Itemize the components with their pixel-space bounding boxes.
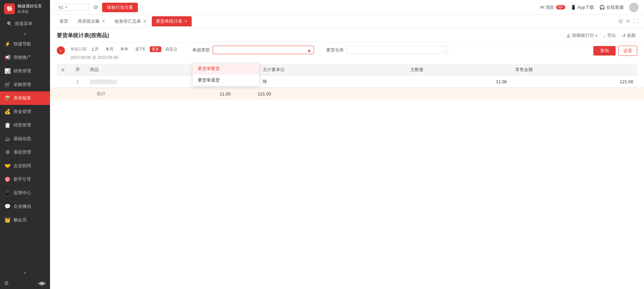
data-table: ⚙ 序 商品 主计量单位 主数量 零售金额 1 bbox=[57, 64, 637, 88]
purchase-icon: 🛒 bbox=[4, 81, 11, 88]
print-button[interactable]: 🖨 按模板打印 ▾ bbox=[565, 32, 599, 39]
tabbar: 首页 库存批次账 ✕ 收发存汇总表 ✕ 要货单统计表 ✕ ⊞ ✕ ⛶ bbox=[50, 15, 644, 28]
logo-icon: 畅 bbox=[4, 3, 15, 14]
sidebar-item-basic[interactable]: 🗂 基础信息 bbox=[0, 132, 50, 146]
table-row: 1 块 11.00 121.00 bbox=[57, 76, 637, 88]
tab-order-summary[interactable]: 要货单统计表 ✕ bbox=[152, 16, 192, 26]
export-button[interactable]: ↓ 导出 bbox=[602, 32, 618, 39]
filter-warehouse-group: 要货仓库 … bbox=[326, 46, 588, 54]
table-quantity-header: 主数量 bbox=[406, 64, 511, 76]
filter-type-input: ▲ bbox=[213, 46, 314, 54]
sales-icon: 📊 bbox=[4, 68, 11, 74]
sidebar-search[interactable]: 🔍 搜索菜单 bbox=[0, 18, 50, 29]
tab-receivable-summary[interactable]: 收发存汇总表 ✕ bbox=[111, 16, 150, 26]
sidebar-item-sales[interactable]: 📊 销售管理 bbox=[0, 64, 50, 78]
operations-icon: 📋 bbox=[4, 122, 11, 129]
service-icon: 🎧 bbox=[599, 5, 605, 10]
sidebar-scroll-up[interactable]: ▲ bbox=[0, 29, 50, 37]
filter-warehouse-field[interactable] bbox=[347, 46, 440, 54]
guide-icon: 🎯 bbox=[4, 176, 11, 183]
collapse-icon[interactable]: ◀▶ bbox=[38, 280, 46, 286]
sidebar-item-enterprise[interactable]: 🤝 企业协同 bbox=[0, 159, 50, 173]
filter-last-month-btn[interactable]: 上月 bbox=[88, 46, 101, 53]
filter-last-7days-btn[interactable]: 近7天 bbox=[133, 46, 148, 53]
table-unit-header: 主计量单位 bbox=[259, 64, 406, 76]
sidebar-item-app-center[interactable]: 📱 应用中心 bbox=[0, 186, 50, 200]
sidebar-item-label: 营销推广 bbox=[14, 54, 31, 61]
filter-warehouse-more-icon[interactable]: … bbox=[440, 47, 448, 52]
filter-this-year-btn[interactable]: 本年 bbox=[118, 46, 131, 53]
filter-custom-btn[interactable]: 自定义 bbox=[163, 46, 180, 53]
sidebar-item-inventory[interactable]: 📦 库存核算 bbox=[0, 91, 50, 105]
settings-icon[interactable]: ⚙ bbox=[4, 280, 9, 286]
sidebar-item-membership[interactable]: 👑 畅会员 bbox=[0, 213, 50, 227]
table-cell-unit: 块 bbox=[259, 76, 406, 88]
topbar-selector[interactable]: 41 ▾ bbox=[55, 4, 89, 11]
sidebar-item-label: 销售管理 bbox=[14, 68, 31, 74]
weixin-icon: 💬 bbox=[4, 203, 11, 210]
sidebar-item-weixin[interactable]: 💬 企业微信 bbox=[0, 200, 50, 213]
inventory-icon: 📦 bbox=[4, 95, 11, 102]
table-settings-icon[interactable]: ⚙ bbox=[61, 67, 65, 72]
topbar: 41 ▾ ⚙ 体验行业方案 ✉ 消息 99+ 📱 App下载 🎧 在线客服 bbox=[50, 0, 644, 15]
sidebar-item-guide[interactable]: 🎯 新手引导 bbox=[0, 173, 50, 186]
sidebar-scroll-down[interactable]: ▼ bbox=[0, 269, 50, 277]
table-cell-num: 1 bbox=[69, 76, 86, 88]
app-download-button[interactable]: 📱 App下载 bbox=[571, 4, 594, 10]
sidebar-item-label: 畅会员 bbox=[14, 217, 27, 223]
dropdown-item-order-return[interactable]: 要货单退货 bbox=[192, 74, 259, 86]
tab-close-icon[interactable]: ✕ bbox=[143, 19, 146, 24]
filter-type-field[interactable] bbox=[213, 46, 305, 54]
refresh-button[interactable]: ↺ 刷新 bbox=[621, 32, 637, 39]
export-icon: ↓ bbox=[604, 33, 606, 38]
filter-date-buttons: 上月 本月 本年 近7天 更多 自定义 bbox=[88, 46, 180, 53]
tabbar-expand-icon[interactable]: ⊞ bbox=[618, 18, 623, 24]
print-chevron-icon: ▾ bbox=[595, 33, 598, 38]
filter-date-range: 2023-05-06 至 2023-06-06 bbox=[70, 55, 118, 61]
tab-close-icon[interactable]: ✕ bbox=[184, 19, 188, 24]
tab-home[interactable]: 首页 bbox=[55, 16, 72, 26]
sidebar-item-label: 经营管理 bbox=[14, 122, 31, 128]
sidebar-item-operations[interactable]: 📋 经营管理 bbox=[0, 118, 50, 132]
tab-batch-account[interactable]: 库存批次账 ✕ bbox=[74, 16, 109, 26]
filter-type-chevron-icon[interactable]: ▲ bbox=[305, 47, 314, 53]
topbar-settings-icon[interactable]: ⚙ bbox=[93, 4, 98, 10]
refresh-icon: ↺ bbox=[622, 33, 626, 38]
system-icon: ⚙ bbox=[4, 149, 11, 156]
finance-icon: 💰 bbox=[4, 108, 11, 115]
membership-icon: 👑 bbox=[4, 217, 11, 223]
tabbar-fullscreen-icon[interactable]: ⛶ bbox=[633, 18, 639, 24]
basic-icon: 🗂 bbox=[4, 135, 11, 142]
filter-warehouse-label: 要货仓库 bbox=[326, 47, 344, 53]
filter-type-group: 单据类型 ▲ bbox=[192, 46, 314, 54]
page-title: 要货单统计表(按商品) bbox=[57, 32, 109, 39]
messages-badge: 99+ bbox=[556, 5, 565, 9]
sidebar-item-marketing[interactable]: 📢 营销推广 bbox=[0, 51, 50, 64]
search-icon: 🔍 bbox=[7, 21, 12, 26]
sidebar-item-purchase[interactable]: 🛒 采购管理 bbox=[0, 78, 50, 91]
filter-this-month-btn[interactable]: 本月 bbox=[103, 46, 116, 53]
filter-more-btn[interactable]: 更多 bbox=[150, 46, 161, 52]
avatar[interactable] bbox=[629, 3, 639, 12]
filter-expand-button[interactable]: › bbox=[57, 46, 65, 54]
online-service-button[interactable]: 🎧 在线客服 bbox=[599, 4, 624, 10]
table-amount-header: 零售金额 bbox=[511, 64, 637, 76]
table-settings-header: ⚙ bbox=[57, 64, 69, 76]
trial-button[interactable]: 体验行业方案 bbox=[102, 3, 138, 12]
query-button[interactable]: 查询 bbox=[593, 46, 616, 55]
footer-quantity: 11.00 bbox=[194, 91, 235, 96]
sidebar-item-system[interactable]: ⚙ 系统管理 bbox=[0, 146, 50, 159]
setting-button[interactable]: 设置 bbox=[618, 46, 637, 56]
table-header-row: ⚙ 序 商品 主计量单位 主数量 零售金额 bbox=[57, 64, 637, 76]
sidebar-bottom: ⚙ ◀▶ bbox=[0, 277, 50, 289]
dropdown-item-order-goods[interactable]: 要货单要货 bbox=[192, 63, 259, 74]
messages-button[interactable]: ✉ 消息 99+ bbox=[540, 4, 565, 10]
tab-close-icon[interactable]: ✕ bbox=[102, 19, 105, 24]
sidebar-item-finance[interactable]: 💰 资金管理 bbox=[0, 105, 50, 118]
app-center-icon: 📱 bbox=[4, 190, 11, 196]
filter-actions: 查询 设置 bbox=[593, 46, 637, 56]
tabbar-close-all-icon[interactable]: ✕ bbox=[625, 18, 630, 25]
table-cell-empty bbox=[57, 76, 69, 88]
message-icon: ✉ bbox=[540, 5, 544, 10]
sidebar-item-quick-nav[interactable]: ⚡ 快捷导航 bbox=[0, 37, 50, 51]
